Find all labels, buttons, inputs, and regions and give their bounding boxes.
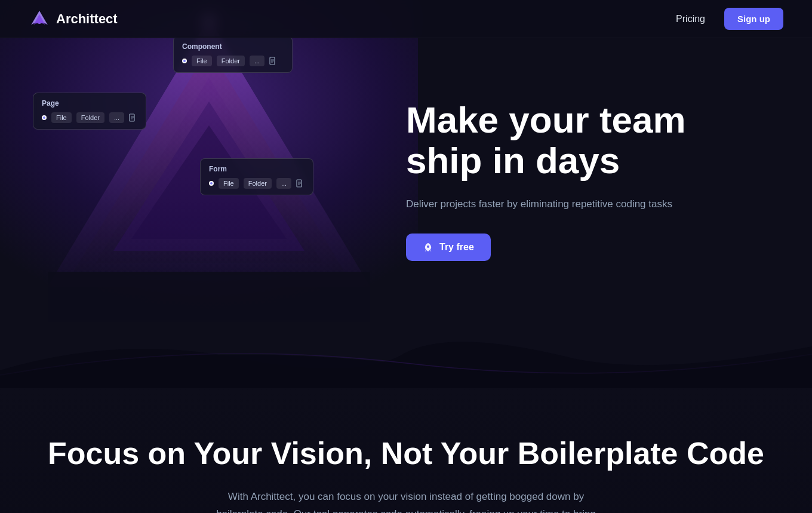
second-section: Focus on Your Vision, Not Your Boilerpla… [0, 388, 812, 513]
form-card: Form File Folder ... [200, 158, 313, 195]
nav-right: Pricing Sign up [676, 8, 783, 30]
svg-rect-6 [48, 272, 370, 322]
page-file: File [51, 112, 72, 123]
component-row: File Folder ... [182, 56, 284, 66]
hero-title: Make your team ship in days [406, 100, 693, 181]
component-folder: Folder [217, 56, 245, 66]
page-title: Page [42, 99, 137, 107]
second-subtitle: With Archittect, you can focus on your v… [215, 489, 597, 513]
form-title: Form [209, 165, 304, 173]
page-row: File Folder ... [42, 112, 137, 123]
arc-separator [0, 322, 812, 388]
page-card: Page File Folder ... [33, 93, 146, 130]
logo-icon [29, 8, 50, 30]
hero-content: Make your team ship in days Deliver proj… [406, 76, 693, 285]
page-file-icon [129, 113, 136, 122]
signup-button[interactable]: Sign up [724, 8, 783, 30]
hero-subtitle: Deliver projects faster by eliminating r… [406, 196, 693, 212]
form-row: File Folder ... [209, 178, 304, 189]
logo[interactable]: Archittect [29, 8, 118, 30]
form-file-icon [296, 179, 303, 188]
page-folder: Folder [76, 112, 104, 123]
svg-point-11 [427, 245, 429, 248]
form-more: ... [276, 178, 291, 189]
form-folder: Folder [244, 178, 272, 189]
cta-label: Try free [439, 242, 474, 253]
second-title: Focus on Your Vision, Not Your Boilerpla… [29, 436, 783, 472]
page-dot [42, 115, 47, 120]
pricing-link[interactable]: Pricing [676, 14, 705, 24]
hero-section: Component File Folder ... Page File Fold… [0, 0, 812, 322]
rocket-icon [423, 242, 433, 253]
component-title: Component [182, 42, 284, 51]
hero-background: Component File Folder ... Page File Fold… [0, 0, 418, 322]
try-free-button[interactable]: Try free [406, 234, 491, 261]
brand-name: Archittect [56, 11, 118, 27]
component-more: ... [250, 56, 264, 66]
form-file: File [219, 178, 239, 189]
component-card: Component File Folder ... [173, 36, 293, 73]
component-file: File [192, 56, 212, 66]
page-more: ... [109, 112, 124, 123]
component-file-icon [269, 57, 276, 65]
form-dot [209, 181, 214, 186]
component-dot [182, 59, 187, 63]
